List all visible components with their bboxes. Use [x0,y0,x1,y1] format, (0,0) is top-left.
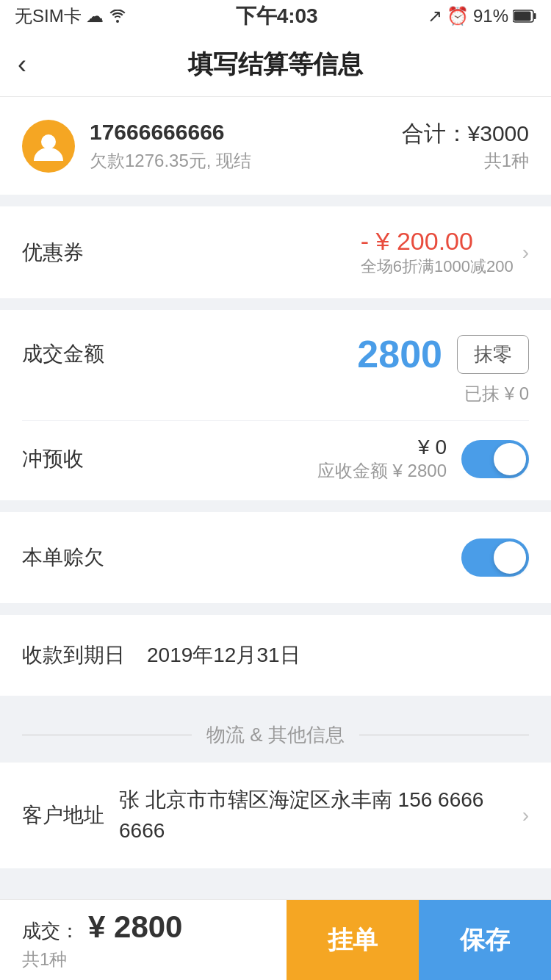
alarm-icon: ⏰ [447,6,469,26]
amount-sub: 已抹 ¥ 0 [0,382,551,420]
coupon-arrow-icon: › [522,241,529,264]
amount-label: 成交金额 [22,340,104,368]
svg-rect-2 [514,12,531,21]
duedate-value: 2019年12月31日 [147,641,300,669]
summary-amount: ¥ 2800 [88,909,182,945]
prepay-sub: 应收金额 ¥ 2800 [317,459,447,483]
section-divider: 物流 & 其他信息 [0,707,551,763]
avatar-icon [31,129,66,164]
customer-total: 合计：¥3000 共1种 [402,119,529,173]
content: 17666666666 欠款1276.35元, 现结 合计：¥3000 共1种 … [0,97,551,980]
section-divider-text: 物流 & 其他信息 [206,722,345,748]
summary-top: 成交： ¥ 2800 [22,909,264,945]
prepay-toggle[interactable] [461,440,529,478]
svg-point-3 [41,134,56,149]
battery-icon [513,10,536,23]
address-value: 张 北京市市辖区海淀区永丰南 156 6666 6666 [119,785,508,846]
debt-label: 本单赊欠 [22,544,104,572]
customer-card: 17666666666 欠款1276.35元, 现结 合计：¥3000 共1种 [0,97,551,195]
customer-info: 17666666666 欠款1276.35元, 现结 [90,120,251,173]
wifi-icon [109,10,126,23]
status-time: 下午4:03 [236,2,318,30]
total-amount: 合计：¥3000 [402,119,529,149]
prepay-amount: ¥ 0 [317,436,447,459]
duedate-label: 收款到期日 [22,641,125,669]
svg-rect-1 [534,13,536,19]
divider-line-right [359,735,529,735]
battery-percent: 91% [473,6,508,26]
address-label: 客户地址 [22,801,104,829]
coupon-desc: 全场6折满1000减200 [361,256,514,278]
amount-value: 2800 [357,332,442,376]
bottom-summary: 成交： ¥ 2800 共1种 [0,909,287,971]
coupon-discount: - ¥ 200.00 [361,227,514,256]
avatar [22,120,75,173]
customer-row: 17666666666 欠款1276.35元, 现结 合计：¥3000 共1种 [22,119,529,173]
customer-left: 17666666666 欠款1276.35元, 现结 [22,120,251,173]
summary-count: 共1种 [22,948,264,971]
debt-section: 本单赊欠 [0,512,551,603]
status-left: 无SIM卡 ☁ [15,4,126,28]
toggle-knob [494,443,526,475]
back-button[interactable]: ‹ [18,49,26,80]
divider-line-left [22,735,192,735]
coupon-row[interactable]: 优惠券 - ¥ 200.00 全场6折满1000减200 › [0,206,551,298]
prepay-right: ¥ 0 应收金额 ¥ 2800 [317,436,529,483]
debt-toggle[interactable] [461,538,529,577]
status-right: ↗ ⏰ 91% [428,6,536,26]
status-bar: 无SIM卡 ☁ 下午4:03 ↗ ⏰ 91% [0,0,551,32]
amount-right: 2800 抹零 [357,332,529,376]
save-button[interactable]: 保存 [419,900,551,981]
hold-button[interactable]: 挂单 [287,900,419,981]
prepay-row: 冲预收 ¥ 0 应收金额 ¥ 2800 [0,421,551,500]
address-row[interactable]: 客户地址 张 北京市市辖区海淀区永丰南 156 6666 6666 › [0,763,551,868]
coupon-right: - ¥ 200.00 全场6折满1000减200 › [361,227,529,278]
address-arrow-icon: › [522,804,529,827]
customer-debt: 欠款1276.35元, 现结 [90,149,251,173]
total-count: 共1种 [402,149,529,173]
prepay-label: 冲预收 [22,445,84,473]
round-button[interactable]: 抹零 [457,335,529,374]
page-title: 填写结算等信息 [188,48,363,82]
sim-label: 无SIM卡 ☁ [15,4,104,28]
nav-bar: ‹ 填写结算等信息 [0,32,551,97]
duedate-row: 收款到期日 2019年12月31日 [0,615,551,696]
bottom-bar: 成交： ¥ 2800 共1种 挂单 保存 [0,899,551,980]
summary-label: 成交： [22,918,79,944]
location-icon: ↗ [428,6,442,26]
amount-row: 成交金额 2800 抹零 [0,310,551,382]
coupon-label: 优惠券 [22,239,84,267]
debt-toggle-knob [494,541,526,574]
customer-phone: 17666666666 [90,120,251,145]
deal-amount-section: 成交金额 2800 抹零 已抹 ¥ 0 冲预收 ¥ 0 应收金额 ¥ 2800 [0,310,551,500]
